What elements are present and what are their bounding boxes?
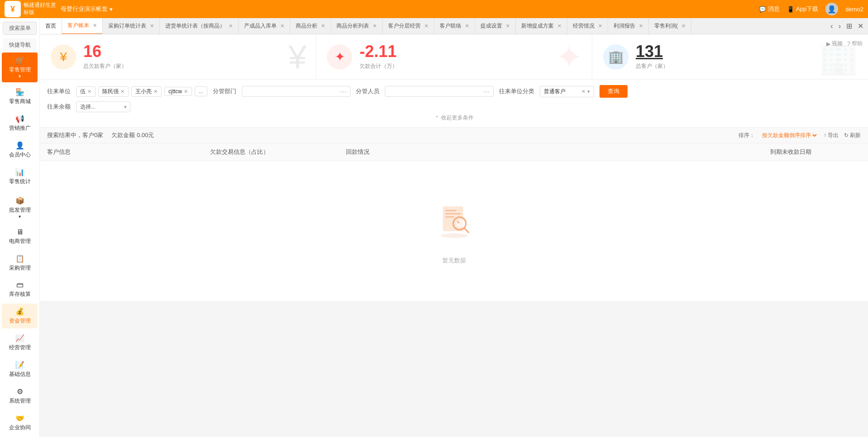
tab-close-icon[interactable]: ✕ xyxy=(93,23,97,28)
tab-profit-report[interactable]: 利润报告 ✕ xyxy=(608,18,649,34)
sidebar-item-member[interactable]: 👤 会员中心 xyxy=(2,138,38,162)
expand-icon: ▾ xyxy=(19,74,21,79)
tab-label: 客户账本 xyxy=(67,22,89,29)
col-customer-header: 客户信息 xyxy=(47,148,210,156)
sidebar-item-ecommerce[interactable]: 🖥 电商管理 xyxy=(2,224,38,249)
tab-close-all-btn[interactable]: ✕ xyxy=(856,21,865,31)
tab-close-icon[interactable]: ✕ xyxy=(639,23,643,29)
batch-icon: 📦 xyxy=(15,196,24,205)
operation-icon: 📈 xyxy=(15,334,24,342)
tab-customer-contact[interactable]: 客户联络 ✕ xyxy=(434,18,475,34)
tag-close-1[interactable]: ✕ xyxy=(87,89,91,95)
collapse-btn[interactable]: ⌃ 收起更多条件 xyxy=(435,114,474,122)
tab-label: 利润报告 xyxy=(614,22,635,30)
tab-close-icon[interactable]: ✕ xyxy=(321,23,325,29)
tab-close-icon[interactable]: ✕ xyxy=(557,23,561,29)
unit-type-close[interactable]: ✕ xyxy=(581,89,585,95)
sort-label: 排序： xyxy=(739,132,755,139)
tab-close-icon[interactable]: ✕ xyxy=(373,23,377,29)
workspace-selector[interactable]: 母婴行业演示帐套 ▾ xyxy=(61,5,113,13)
empty-text: 暂无数据 xyxy=(442,256,466,265)
sort-select[interactable]: 按欠款金额倒序排序 xyxy=(760,132,818,139)
tab-more-btn[interactable]: ⊞ xyxy=(844,21,854,31)
enterprise-icon: 🤝 xyxy=(15,414,24,423)
person-filter-label: 分管人员 xyxy=(356,87,379,95)
tab-promotion-settings[interactable]: 提成设置 ✕ xyxy=(475,18,516,34)
tab-close-icon[interactable]: ✕ xyxy=(424,23,428,29)
tab-close-icon[interactable]: ✕ xyxy=(598,23,602,29)
sidebar-item-retail-mall[interactable]: 🏪 零售商城 xyxy=(2,84,38,109)
sidebar-item-marketing[interactable]: 📢 营销推广 xyxy=(2,111,38,136)
filter-area: 往来单位 伍 ✕ 陈民强 ✕ 王小亮 xyxy=(40,80,868,128)
sidebar-item-operation[interactable]: 📈 经营管理 xyxy=(2,330,38,355)
sidebar-item-retail-stats[interactable]: 📊 零售统计 xyxy=(2,164,38,189)
tab-close-icon[interactable]: ✕ xyxy=(280,23,284,29)
tab-home[interactable]: 首页 xyxy=(40,18,62,34)
sidebar-item-basic[interactable]: 📝 基础信息 xyxy=(2,357,38,382)
svg-point-6 xyxy=(456,219,464,228)
sidebar-item-retail-mgmt[interactable]: 🛒 零售管理 ▾ xyxy=(2,52,38,82)
tag-close-4[interactable]: ✕ xyxy=(184,89,188,95)
stat-card-total: ▶ 视频 ? 帮助 🏢 🏢 131 总客户（家） xyxy=(592,34,868,79)
sidebar-item-label: 经营管理 xyxy=(9,344,31,352)
tab-close-icon[interactable]: ✕ xyxy=(229,23,233,29)
tab-customer-account[interactable]: 客户账本 ✕ xyxy=(62,18,103,34)
stat-label-customers: 总欠款客户（家） xyxy=(83,62,127,70)
tab-stock-stat[interactable]: 进货单统计表（按商品） ✕ xyxy=(160,18,239,34)
sidebar-item-system[interactable]: ⚙ 系统管理 xyxy=(2,384,38,408)
dept-input[interactable] xyxy=(242,86,350,97)
tag-close-2[interactable]: ✕ xyxy=(120,89,125,95)
person-input[interactable] xyxy=(385,86,494,97)
marketing-icon: 📢 xyxy=(15,114,24,123)
query-btn[interactable]: 查询 xyxy=(599,85,628,98)
tab-label: 商品分析列表 xyxy=(336,22,369,30)
tab-close-icon[interactable]: ✕ xyxy=(465,23,469,29)
arrow-icon: ▾ xyxy=(19,214,21,219)
sidebar-item-label: 电商管理 xyxy=(9,238,31,245)
search-menu-btn[interactable]: 搜索菜单 xyxy=(3,22,37,35)
tab-close-icon[interactable]: ✕ xyxy=(150,23,154,29)
tab-operations[interactable]: 经营情况 ✕ xyxy=(567,18,608,34)
tab-product-storage[interactable]: 产成品入库单 ✕ xyxy=(239,18,290,34)
sidebar-item-inventory[interactable]: 🗃 库存核算 xyxy=(2,277,38,302)
filter-tag-3: 王小亮 ✕ xyxy=(131,86,162,97)
quick-nav-btn[interactable]: 快捷导航 xyxy=(3,38,37,52)
tab-product-analysis-list[interactable]: 商品分析列表 ✕ xyxy=(331,18,383,34)
tag-close-3[interactable]: ✕ xyxy=(153,89,158,95)
more-tags-btn[interactable]: ... xyxy=(195,86,207,96)
sidebar-item-purchase[interactable]: 📋 采购管理 xyxy=(2,251,38,276)
tab-product-analysis[interactable]: 商品分析 ✕ xyxy=(290,18,331,34)
sidebar-item-label: 基础信息 xyxy=(9,370,31,378)
tab-retail-profit[interactable]: 零售利润( ✕ xyxy=(649,18,691,34)
svg-line-7 xyxy=(465,228,469,233)
finance-icon: 💰 xyxy=(15,307,24,316)
user-name[interactable]: demo2 xyxy=(845,6,863,13)
stats-row: ¥ ¥ 16 总欠款客户（家） ✦ ✦ -2.11 欠款合计（万） xyxy=(40,34,868,80)
sidebar-item-enterprise[interactable]: 🤝 企业协同 xyxy=(2,410,38,435)
tab-add-promotion[interactable]: 新增提成方案 ✕ xyxy=(516,18,567,34)
balance-select[interactable]: 选择... xyxy=(76,101,130,112)
top-bar-right: 💬 消息 📱 App下载 👤 demo2 xyxy=(759,3,863,15)
tab-purchase-order-stat[interactable]: 采购订单统计表 ✕ xyxy=(103,18,160,34)
unit-type-select[interactable]: 普通客户 ✕ ▾ xyxy=(540,86,594,97)
export-btn[interactable]: ↑ 导出 xyxy=(824,132,839,139)
tab-close-icon[interactable]: ✕ xyxy=(681,23,686,29)
tab-label: 新增提成方案 xyxy=(521,22,554,30)
member-icon: 👤 xyxy=(15,141,24,150)
tab-close-icon[interactable]: ✕ xyxy=(506,23,510,29)
message-btn[interactable]: 💬 消息 xyxy=(759,5,780,13)
svg-rect-4 xyxy=(445,216,454,218)
refresh-btn[interactable]: ↻ 刷新 xyxy=(844,132,861,139)
app-download-btn[interactable]: 📱 App下载 xyxy=(787,5,818,13)
sidebar-item-label: 库存核算 xyxy=(9,290,31,298)
tab-label: 客户分层经营 xyxy=(388,22,421,30)
sidebar-item-batch[interactable]: 📦 批发管理 ▾ xyxy=(2,193,38,223)
stat-card-customers: ¥ ¥ 16 总欠款客户（家） xyxy=(40,34,316,79)
tab-customer-segment[interactable]: 客户分层经营 ✕ xyxy=(383,18,434,34)
tab-next-btn[interactable]: › xyxy=(837,21,843,31)
sidebar-item-finance[interactable]: 💰 资金管理 xyxy=(2,304,38,328)
avatar[interactable]: 👤 xyxy=(825,3,838,15)
tab-prev-btn[interactable]: ‹ xyxy=(829,21,834,31)
tab-label: 零售利润( xyxy=(654,22,678,30)
col-repay-header: 回款情况 xyxy=(346,148,770,156)
